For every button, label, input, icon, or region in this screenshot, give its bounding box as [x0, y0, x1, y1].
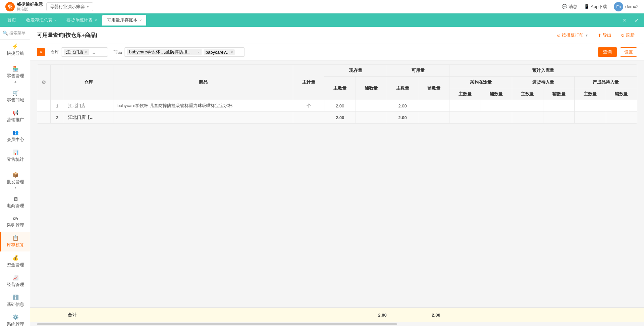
industry-selector[interactable]: 母婴行业演示账套 ▼: [46, 2, 93, 11]
tab-close-order[interactable]: ×: [95, 18, 97, 22]
tab-close-receive[interactable]: ×: [54, 18, 56, 22]
product-tag-2-remove[interactable]: ×: [231, 50, 233, 54]
row1-stock-main: 2.00: [324, 100, 356, 112]
row1-avail-main: 2.00: [387, 100, 418, 112]
tab-order-stats[interactable]: 要货单统计表 ×: [62, 15, 101, 26]
table-settings-icon[interactable]: ⚙: [42, 80, 46, 85]
sidebar-item-ecommerce-mgmt[interactable]: 🖥 电商管理: [0, 193, 30, 212]
system-mgmt-icon: ⚙️: [12, 314, 19, 320]
footer-incoming-sub: [557, 310, 584, 320]
print-button[interactable]: 🖨 按模板打印 ▼: [553, 31, 591, 40]
warehouse-more[interactable]: ...: [90, 50, 97, 55]
settings-button[interactable]: 设置: [620, 47, 637, 57]
sidebar-item-quick-nav[interactable]: ⚡ 快捷导航: [0, 40, 30, 60]
row2-stock-sub: [356, 112, 387, 124]
sidebar-item-retail-mgmt[interactable]: 🏪 零售管理 ▲: [0, 62, 30, 87]
footer-row: 合计 2.00 2.00: [37, 310, 637, 320]
warehouse-tag-remove[interactable]: ×: [85, 50, 87, 54]
filter-bar: » 仓库 江北门店 × ... 商品 babycare学饮杯 儿童防摔防撞吸管杯…: [30, 44, 644, 60]
sidebar-item-purchase-mgmt[interactable]: 🛍 采购管理: [0, 212, 30, 232]
search-label: 搜索菜单: [9, 30, 25, 36]
footer-incoming-main: [530, 310, 557, 320]
row1-purchase-main: [449, 100, 481, 112]
warehouse-label: 仓库: [50, 49, 59, 55]
app-download-button[interactable]: 📱 App下载: [584, 4, 607, 10]
warehouse-input[interactable]: 江北门店 × ...: [61, 47, 108, 57]
retail-mall-icon: 🛒: [12, 90, 19, 96]
page-actions: 🖨 按模板打印 ▼ ⬆ 导出 ↻ 刷新: [553, 31, 637, 40]
footer-avail-sub: [449, 310, 476, 320]
query-button[interactable]: 查询: [598, 47, 617, 57]
sidebar-item-inventory-check[interactable]: 📋 库存核算: [0, 232, 30, 251]
sidebar-item-retail-stats[interactable]: 📊 零售统计: [0, 146, 30, 166]
sidebar-item-operation-mgmt[interactable]: 📈 经营管理: [0, 271, 30, 291]
chevron-icon: ▼: [14, 186, 17, 189]
incoming-pending-header: 进货待入量: [512, 77, 574, 88]
content-area: 可用量查询(按仓库+商品) 🖨 按模板打印 ▼ ⬆ 导出 ↻ 刷新 »: [30, 27, 644, 326]
sidebar-item-system-mgmt[interactable]: ⚙️ 系统管理: [0, 311, 30, 326]
footer-table: 合计 2.00 2.00: [37, 310, 637, 320]
product-label: 商品: [113, 49, 122, 55]
horizontal-scrollbar-thumb[interactable]: [37, 323, 397, 325]
filter-toggle-button[interactable]: »: [37, 48, 45, 56]
row1-incoming-main: [512, 100, 543, 112]
expected-inbound-col-header: 预计入库量: [449, 65, 637, 77]
tab-home[interactable]: 首页: [3, 15, 21, 26]
message-button[interactable]: 💬 消息: [562, 4, 577, 10]
row2-no: 2: [51, 112, 64, 124]
finance-icon: 💰: [12, 255, 19, 261]
sidebar-item-label: 零售管理: [7, 73, 24, 79]
sidebar-item-label: 会员中心: [7, 137, 24, 143]
close-all-button[interactable]: ✕: [620, 15, 629, 25]
industry-label: 母婴行业演示账套: [50, 4, 85, 10]
row1-product: babycare学饮杯 儿童防摔防撞吸管杯重力球吸嘴杯宝宝水杯: [113, 100, 293, 112]
warehouse-col-header: 仓库: [64, 65, 113, 100]
sidebar-item-retail-mall[interactable]: 🛒 零售商城: [0, 87, 30, 106]
sidebar-item-finance-mgmt[interactable]: 💰 资金管理: [0, 251, 30, 271]
refresh-icon: ↻: [621, 33, 625, 38]
export-button[interactable]: ⬆ 导出: [595, 31, 614, 40]
row1-settings: [37, 100, 51, 112]
chevron-down-icon: ▼: [585, 34, 588, 37]
tab-receive-summary[interactable]: 收发存汇总表 ×: [21, 15, 61, 26]
app-name: 畅捷通好生意 标准版: [17, 2, 43, 11]
row1-incoming-sub: [543, 100, 575, 112]
refresh-button[interactable]: ↻ 刷新: [618, 31, 637, 40]
retail-mgmt-icon: 🏪: [12, 66, 19, 72]
download-icon: 📱: [584, 4, 589, 9]
member-icon: 👥: [12, 130, 19, 136]
top-bar-left: 畅 畅捷通好生意 标准版 母婴行业演示账套 ▼: [5, 2, 93, 11]
product-input[interactable]: babycare学饮杯 儿童防摔防撞吸管杯重力球吸嘴杯宝宝水杯 × babyca…: [124, 47, 245, 57]
data-table: ⚙ 仓库 商品 主计量 现存量 可用量 预计入库量 主数量 辅数量 主数量: [37, 64, 637, 124]
main-unit-col-header: 主计量: [293, 65, 324, 100]
footer-empty-4: [342, 310, 369, 320]
search-icon: 🔍: [3, 31, 8, 36]
available-col-header: 可用量: [387, 65, 449, 77]
page-header: 可用量查询(按仓库+商品) 🖨 按模板打印 ▼ ⬆ 导出 ↻ 刷新: [30, 27, 644, 44]
logo-icon: 畅: [5, 2, 15, 11]
incoming-sub-header: 辅数量: [543, 88, 575, 100]
user-area[interactable]: Ea demo2: [614, 2, 639, 11]
table-area: ⚙ 仓库 商品 主计量 现存量 可用量 预计入库量 主数量 辅数量 主数量: [30, 60, 644, 307]
top-bar-right: 💬 消息 📱 App下载 Ea demo2: [562, 2, 639, 11]
tab-available-inventory[interactable]: 可用量库存账本 ×: [102, 15, 146, 26]
table-row: 2 江北门店【... 2.00 2.00: [37, 112, 637, 124]
user-name[interactable]: demo2: [625, 4, 639, 9]
sidebar-item-marketing[interactable]: 📢 营销推广: [0, 106, 30, 126]
sidebar-item-basic-info[interactable]: ℹ️ 基础信息: [0, 291, 30, 311]
sidebar-item-member-center[interactable]: 👥 会员中心: [0, 126, 30, 146]
tab-close-inventory[interactable]: ×: [140, 18, 142, 22]
sidebar-item-label: 快捷导航: [7, 50, 24, 56]
product-tag-1-remove[interactable]: ×: [198, 50, 200, 54]
table-row: 1 江北门店 babycare学饮杯 儿童防摔防撞吸管杯重力球吸嘴杯宝宝水杯 个…: [37, 100, 637, 112]
sidebar-item-label: 库存核算: [7, 242, 24, 248]
export-icon: ⬆: [598, 33, 601, 38]
stock-main-sub-header: 主数量: [324, 77, 356, 100]
row1-stock-sub: [356, 100, 387, 112]
row2-stock-main: 2.00: [324, 112, 356, 124]
sidebar-item-label: 零售商城: [7, 97, 24, 103]
expand-button[interactable]: ⤢: [632, 15, 641, 25]
avatar: Ea: [614, 2, 623, 11]
sidebar-search[interactable]: 🔍 搜索菜单: [0, 27, 30, 40]
sidebar-item-wholesale-mgmt[interactable]: 📦 批发管理 ▼: [0, 169, 30, 193]
